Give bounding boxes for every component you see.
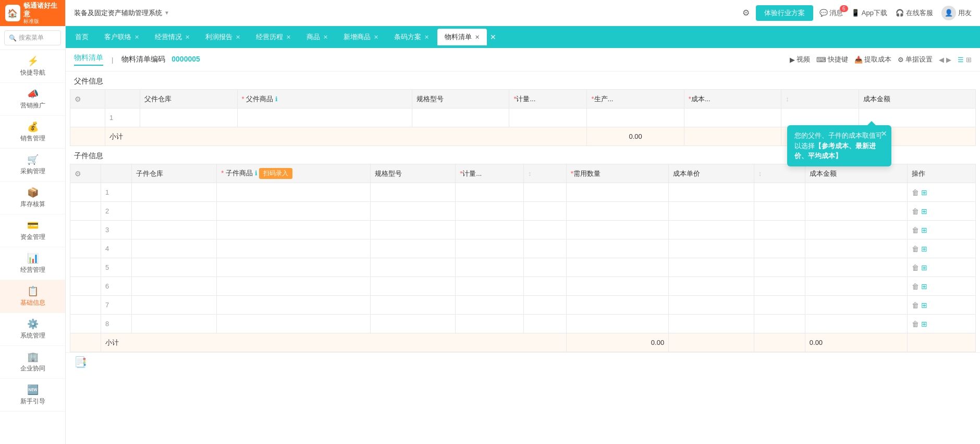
tooltip-close-button[interactable]: ✕ xyxy=(881,128,887,139)
add-row-icon[interactable]: 📑 xyxy=(74,356,87,368)
child-row-7-spec[interactable] xyxy=(370,296,456,315)
tab-operation-close-icon[interactable]: ✕ xyxy=(185,34,190,41)
tab-new-product[interactable]: 新增商品 ✕ xyxy=(336,29,386,45)
tab-customer-close-icon[interactable]: ✕ xyxy=(134,34,139,41)
delete-row-6-icon[interactable]: 🗑 xyxy=(912,282,919,291)
tab-product-close-icon[interactable]: ✕ xyxy=(323,34,328,41)
sidebar-item-inventory[interactable]: 📦 库存核算 xyxy=(0,182,65,214)
parent-row-1-product[interactable] xyxy=(237,109,412,127)
settings-gear-icon[interactable]: ⚙ xyxy=(742,8,750,18)
child-row-3-qty[interactable] xyxy=(566,221,668,239)
list-view-icon[interactable]: ☰ xyxy=(958,56,964,64)
tab-barcode[interactable]: 条码方案 ✕ xyxy=(387,29,436,45)
tab-profit-close-icon[interactable]: ✕ xyxy=(236,34,240,41)
next-icon[interactable]: ▶ xyxy=(946,56,951,64)
tab-bom[interactable]: 物料清单 ✕ xyxy=(437,29,487,45)
delete-row-5-icon[interactable]: 🗑 xyxy=(912,263,919,272)
tab-profit[interactable]: 利润报告 ✕ xyxy=(198,29,248,45)
delete-row-4-icon[interactable]: 🗑 xyxy=(912,245,919,253)
child-row-1-qty[interactable] xyxy=(566,183,668,202)
tab-new-product-close-icon[interactable]: ✕ xyxy=(374,34,378,41)
child-row-2-product[interactable] xyxy=(217,202,370,221)
child-row-4-unit[interactable] xyxy=(456,239,524,258)
child-row-5-unit-cost[interactable] xyxy=(669,258,754,277)
tab-customer[interactable]: 客户联络 ✕ xyxy=(97,29,146,45)
child-row-6-unit-cost[interactable] xyxy=(669,277,754,296)
child-row-4-warehouse[interactable] xyxy=(131,239,217,258)
copy-row-2-icon[interactable]: ⊞ xyxy=(921,207,927,215)
sidebar-item-purchase[interactable]: 🛒 采购管理 xyxy=(0,149,65,182)
close-all-tabs-icon[interactable]: ✕ xyxy=(490,33,496,41)
page-tab-bom[interactable]: 物料清单 xyxy=(74,53,103,66)
child-row-7-unit-cost[interactable] xyxy=(669,296,754,315)
view-action[interactable]: ▶ 视频 xyxy=(790,55,810,64)
child-row-6-unit[interactable] xyxy=(456,277,524,296)
delete-row-7-icon[interactable]: 🗑 xyxy=(912,301,919,309)
tab-product[interactable]: 商品 ✕ xyxy=(299,29,335,45)
child-row-3-spec[interactable] xyxy=(370,221,456,239)
copy-row-3-icon[interactable]: ⊞ xyxy=(921,226,927,234)
child-row-3-product[interactable] xyxy=(217,221,370,239)
child-row-7-warehouse[interactable] xyxy=(131,296,217,315)
delete-row-3-icon[interactable]: 🗑 xyxy=(912,226,919,234)
sidebar-item-finance[interactable]: 💳 资金管理 xyxy=(0,214,65,247)
copy-row-5-icon[interactable]: ⊞ xyxy=(921,263,927,272)
single-settings-action[interactable]: ⚙ 单据设置 xyxy=(898,55,933,64)
user-avatar-area[interactable]: 👤 用友 xyxy=(941,6,972,20)
child-row-8-unit-cost[interactable] xyxy=(669,315,754,333)
child-row-7-product[interactable] xyxy=(217,296,370,315)
online-service[interactable]: 🎧 在线客服 xyxy=(896,8,933,18)
sidebar-item-enterprise[interactable]: 🏢 企业协同 xyxy=(0,346,65,379)
scan-button[interactable]: 扫码录入 xyxy=(259,168,292,179)
tab-barcode-close-icon[interactable]: ✕ xyxy=(424,34,429,41)
child-row-6-qty[interactable] xyxy=(566,277,668,296)
tab-bom-close-icon[interactable]: ✕ xyxy=(475,34,480,41)
child-row-4-unit-cost[interactable] xyxy=(669,239,754,258)
tab-history[interactable]: 经营历程 ✕ xyxy=(249,29,298,45)
parent-row-1-unit[interactable] xyxy=(509,109,587,127)
sidebar-item-quick-nav[interactable]: ⚡ 快捷导航 xyxy=(0,50,65,83)
sidebar-item-marketing[interactable]: 📣 营销推广 xyxy=(0,83,65,116)
child-row-5-warehouse[interactable] xyxy=(131,258,217,277)
parent-row-1-prod[interactable] xyxy=(587,109,684,127)
copy-row-1-icon[interactable]: ⊞ xyxy=(921,188,927,197)
child-row-2-spec[interactable] xyxy=(370,202,456,221)
child-row-6-spec[interactable] xyxy=(370,277,456,296)
sidebar-item-operation[interactable]: 📊 经营管理 xyxy=(0,247,65,280)
grid-view-icon[interactable]: ⊞ xyxy=(966,56,972,64)
parent-row-1-cost[interactable] xyxy=(684,109,781,127)
child-row-1-unit-cost[interactable] xyxy=(669,183,754,202)
tab-history-close-icon[interactable]: ✕ xyxy=(286,34,291,41)
parent-row-1-spec[interactable] xyxy=(412,109,509,127)
child-row-5-product[interactable] xyxy=(217,258,370,277)
child-row-6-warehouse[interactable] xyxy=(131,277,217,296)
child-row-8-qty[interactable] xyxy=(566,315,668,333)
prev-icon[interactable]: ◀ xyxy=(939,56,944,64)
child-gear-icon[interactable]: ⚙ xyxy=(75,170,81,178)
tab-home[interactable]: 首页 xyxy=(68,29,96,45)
extract-cost-action[interactable]: 📥 提取成本 xyxy=(854,55,891,64)
copy-row-6-icon[interactable]: ⊞ xyxy=(921,282,927,291)
child-row-3-unit[interactable] xyxy=(456,221,524,239)
child-row-5-qty[interactable] xyxy=(566,258,668,277)
tab-operation[interactable]: 经营情况 ✕ xyxy=(148,29,197,45)
shortcut-action[interactable]: ⌨ 快捷键 xyxy=(816,55,848,64)
child-row-2-unit-cost[interactable] xyxy=(669,202,754,221)
child-row-8-warehouse[interactable] xyxy=(131,315,217,333)
child-row-6-product[interactable] xyxy=(217,277,370,296)
child-row-4-spec[interactable] xyxy=(370,239,456,258)
child-row-5-unit[interactable] xyxy=(456,258,524,277)
copy-row-8-icon[interactable]: ⊞ xyxy=(921,320,927,328)
system-selector[interactable]: 装备及固定资产辅助管理系统 ▼ xyxy=(74,8,169,18)
delete-row-1-icon[interactable]: 🗑 xyxy=(912,188,919,197)
child-row-2-qty[interactable] xyxy=(566,202,668,221)
child-product-info-icon[interactable]: ℹ xyxy=(255,170,258,177)
child-row-8-product[interactable] xyxy=(217,315,370,333)
child-row-7-qty[interactable] xyxy=(566,296,668,315)
sidebar-item-sales[interactable]: 💰 销售管理 xyxy=(0,116,65,149)
sidebar-item-basic-info[interactable]: 📋 基础信息 xyxy=(0,280,65,313)
sidebar-item-system[interactable]: ⚙️ 系统管理 xyxy=(0,313,65,346)
child-row-3-warehouse[interactable] xyxy=(131,221,217,239)
message-badge[interactable]: 💬 消息 6 xyxy=(819,8,843,18)
copy-row-7-icon[interactable]: ⊞ xyxy=(921,301,927,309)
